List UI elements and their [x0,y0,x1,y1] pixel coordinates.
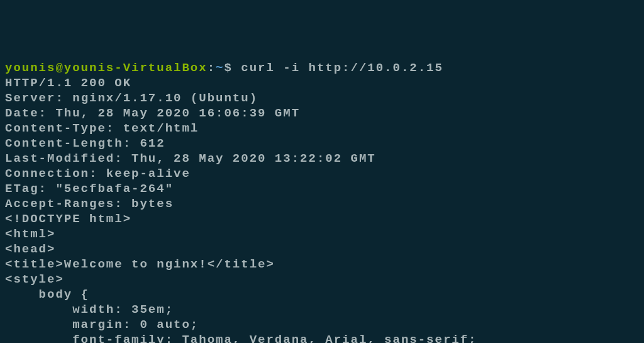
body-line-4: <title>Welcome to nginx!</title> [5,257,639,272]
header-val: : 612 [123,137,165,150]
header-val: : Thu, 28 May 2020 16:06:39 GMT [39,106,300,120]
http-header-2: Content-Type: text/html [5,121,639,136]
header-key: Connection [5,167,89,181]
terminal-output[interactable]: younis@younis-VirtualBox:~$ curl -i http… [5,60,639,343]
header-val: : nginx/1.17.10 (Ubuntu) [55,91,258,105]
body-line-2: <html> [5,227,639,242]
body-line-8: margin: 0 auto; [5,317,639,332]
http-header-3: Content-Length: 612 [5,136,639,151]
http-header-4: Last-Modified: Thu, 28 May 2020 13:22:02… [5,151,639,166]
prompt-path: ~ [216,61,224,75]
http-header-7: Accept-Ranges: bytes [5,196,639,211]
http-header-6: ETag: "5ecfbafa-264" [5,181,639,196]
header-val: : "5ecfbafa-264" [39,182,174,196]
header-val: : keep-alive [89,167,191,181]
body-line-7: width: 35em; [5,302,639,317]
body-line-5: <style> [5,272,639,287]
header-val: : bytes [114,197,174,211]
header-key: Content-Type [5,121,106,135]
body-line-3: <head> [5,242,639,257]
header-key: Date [5,106,39,120]
header-val: : text/html [106,121,199,135]
header-key: Accept-Ranges [5,197,114,211]
header-key: Server [5,91,55,105]
header-key: Content-Length [5,137,123,150]
header-val: : Thu, 28 May 2020 13:22:02 GMT [114,152,375,166]
command-text: curl -i http://10.0.2.15 [233,61,443,75]
http-header-1: Date: Thu, 28 May 2020 16:06:39 GMT [5,106,639,121]
header-key: Last-Modified [5,152,114,166]
http-header-0: Server: nginx/1.17.10 (Ubuntu) [5,91,639,106]
body-line-1: <!DOCTYPE html> [5,211,639,227]
body-line-9: font-family: Tahoma, Verdana, Arial, san… [5,332,639,343]
prompt-user: younis@younis-VirtualBox [5,61,208,75]
prompt-colon: : [208,61,216,75]
prompt-line: younis@younis-VirtualBox:~$ curl -i http… [5,60,639,76]
header-key: ETag [5,182,39,196]
prompt-dollar: $ [224,61,232,75]
body-line-6: body { [5,287,639,302]
http-header-5: Connection: keep-alive [5,166,639,181]
http-status: HTTP/1.1 200 OK [5,76,639,91]
